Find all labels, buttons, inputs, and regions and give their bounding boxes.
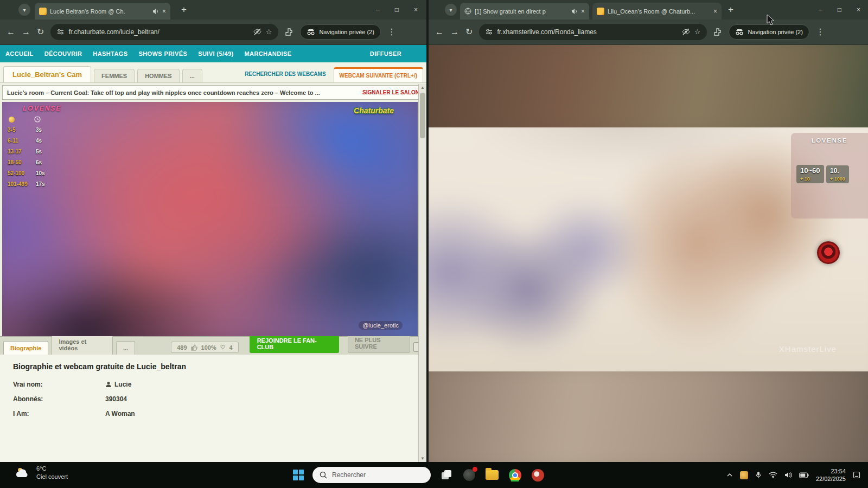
scroll-up-icon[interactable]: ▲ <box>419 85 426 90</box>
browser-tab-active[interactable]: [1] Show gratuit en direct p × <box>460 3 589 20</box>
tray-expand-chevron-icon[interactable] <box>726 473 733 477</box>
close-button[interactable]: × <box>857 6 860 14</box>
report-room-link[interactable]: SIGNALER LE SALON <box>362 89 419 95</box>
tab-bio-more[interactable]: ... <box>116 341 135 355</box>
wifi-icon[interactable] <box>769 472 777 478</box>
reload-button[interactable]: ↻ <box>37 28 44 36</box>
address-bar[interactable]: fr.chaturbate.com/lucie_beltran/ ☆ <box>50 24 278 40</box>
tab-close-icon[interactable]: × <box>581 8 585 15</box>
notification-center-icon[interactable] <box>853 471 860 479</box>
browser-tab-inactive[interactable]: Lilu_Ocean's Room @ Chaturb... × <box>592 3 722 20</box>
reload-button[interactable]: ↻ <box>465 28 473 36</box>
incognito-badge[interactable]: Navigation privée (2) <box>729 24 809 40</box>
site-settings-icon[interactable] <box>486 28 493 35</box>
volume-icon[interactable] <box>784 472 792 478</box>
chrome-icon[interactable] <box>508 468 522 482</box>
browser-tab[interactable]: Lucie Beltran's Room @ Ch. × <box>35 3 170 20</box>
join-fanclub-button[interactable]: REJOINDRE LE FAN-CLUB <box>250 335 339 353</box>
scroll-down-icon[interactable]: ▼ <box>419 456 426 461</box>
audio-speaker-icon[interactable] <box>571 8 578 15</box>
tab-more[interactable]: ... <box>182 69 202 82</box>
new-tab-button[interactable]: + <box>181 4 187 15</box>
url-text: fr.xhamsterlive.com/Ronda_liames <box>497 28 677 36</box>
microphone-icon[interactable] <box>755 471 762 479</box>
nav-hashtags[interactable]: HASHTAGS <box>93 50 127 57</box>
incognito-badge[interactable]: Navigation privée (2) <box>300 24 381 40</box>
thumbs-up-icon[interactable] <box>191 344 197 351</box>
tab-biographie[interactable]: Biographie <box>3 341 48 355</box>
tip-duration: 17s <box>36 181 52 187</box>
opera-browser-icon[interactable] <box>531 468 545 482</box>
address-bar[interactable]: fr.xhamsterlive.com/Ronda_liames ☆ <box>479 24 707 40</box>
tab-search-chevron-icon[interactable]: ▾ <box>18 4 30 16</box>
lovense-toy-button[interactable] <box>817 241 840 264</box>
incognito-label: Navigation privée (2) <box>748 29 803 35</box>
maximize-button[interactable]: □ <box>838 6 841 14</box>
eye-off-icon[interactable] <box>682 28 690 35</box>
heart-icon[interactable]: ♡ <box>220 344 226 351</box>
new-tab-button[interactable]: + <box>728 4 733 15</box>
nav-decouvrir[interactable]: DÉCOUVRIR <box>44 50 82 57</box>
url-text: fr.chaturbate.com/lucie_beltran/ <box>68 28 248 36</box>
weather-widget[interactable]: 6°C Ciel couvert <box>15 465 68 481</box>
scrollbar-thumb[interactable] <box>420 93 425 138</box>
room-subject-bar: Lucie's room – Current Goal: Take off to… <box>2 85 424 100</box>
forward-button[interactable]: → <box>22 28 30 36</box>
tab-hommes[interactable]: HOMMES <box>137 69 180 82</box>
file-explorer-icon[interactable] <box>485 468 499 482</box>
tab-images-videos[interactable]: Images et vidéos <box>52 335 113 355</box>
maximize-button[interactable]: □ <box>395 6 399 14</box>
nav-accueil[interactable]: ACCUEIL <box>5 50 34 57</box>
window-controls: – □ × <box>819 0 860 20</box>
video-content-blurred <box>2 102 418 336</box>
bio-label: Vrai nom: <box>13 381 105 388</box>
task-view-button[interactable] <box>439 468 454 482</box>
media-app-icon[interactable] <box>462 468 476 482</box>
start-button[interactable] <box>293 470 304 480</box>
minimize-button[interactable]: – <box>819 6 822 14</box>
tab-broadcaster-cam[interactable]: Lucie_Beltran's Cam <box>3 66 91 82</box>
nav-shows-prives[interactable]: SHOWS PRIVÉS <box>138 50 187 57</box>
taskbar-search[interactable]: Rechercher <box>312 467 431 483</box>
forward-button[interactable]: → <box>450 28 459 36</box>
taskbar-clock[interactable]: 23:54 22/02/2025 <box>816 467 846 483</box>
back-button[interactable]: ← <box>435 28 444 36</box>
tray-app-icon[interactable] <box>740 471 748 479</box>
tab-close-icon[interactable]: × <box>162 8 166 15</box>
nav-diffuser[interactable]: DIFFUSER <box>370 50 401 57</box>
tip-range: 3-5 <box>8 127 36 133</box>
browser-menu-icon[interactable]: ⋮ <box>816 28 825 36</box>
tip-range: 18-50 <box>8 159 36 165</box>
extensions-icon[interactable] <box>713 28 722 36</box>
nav-suivi[interactable]: SUIVI (5/49) <box>198 50 233 57</box>
heart-count: 4 <box>229 344 233 351</box>
clock-icon <box>34 116 41 123</box>
tab-femmes[interactable]: FEMMES <box>94 69 135 82</box>
bookmark-star-icon[interactable]: ☆ <box>266 28 272 36</box>
rating-stats: 489 100% ♡ 4 <box>171 342 239 353</box>
audio-speaker-icon[interactable] <box>152 8 159 15</box>
webcam-video-player[interactable]: LOVENSE 3-53s 6-114s 13-175s 18-506s 52-… <box>2 102 418 336</box>
tip-duration: 6s <box>36 159 52 165</box>
next-webcam-link[interactable]: WEBCAM SUIVANTE (CTRL+/) <box>334 67 423 82</box>
bio-section: Biographie et webcam gratuite de Lucie_b… <box>0 355 426 462</box>
search-webcams-link[interactable]: RECHERCHER DES WEBCAMS <box>245 71 326 82</box>
chaturbate-page: ACCUEIL DÉCOUVRIR HASHTAGS SHOWS PRIVÉS … <box>0 45 426 462</box>
bio-toolbar: Biographie Images et vidéos ... 489 100%… <box>0 336 426 355</box>
bio-label: I Am: <box>13 410 105 418</box>
extensions-icon[interactable] <box>285 28 293 36</box>
back-button[interactable]: ← <box>7 28 15 36</box>
unfollow-button[interactable]: NE PLUS SUIVRE <box>348 333 411 353</box>
eye-off-icon[interactable] <box>253 28 261 35</box>
nav-marchandise[interactable]: MARCHANDISE <box>245 50 292 57</box>
tab-close-icon[interactable]: × <box>713 8 717 15</box>
browser-menu-icon[interactable]: ⋮ <box>387 28 396 36</box>
site-settings-icon[interactable] <box>57 28 64 35</box>
windows-taskbar: 6°C Ciel couvert Rechercher <box>0 462 868 488</box>
battery-icon[interactable] <box>799 472 809 478</box>
bookmark-star-icon[interactable]: ☆ <box>694 28 701 36</box>
minimize-button[interactable]: – <box>376 6 380 14</box>
tab-search-chevron-icon[interactable]: ▾ <box>445 4 457 16</box>
close-button[interactable]: × <box>414 6 418 14</box>
page-scrollbar[interactable]: ▲ ▼ <box>418 84 426 462</box>
